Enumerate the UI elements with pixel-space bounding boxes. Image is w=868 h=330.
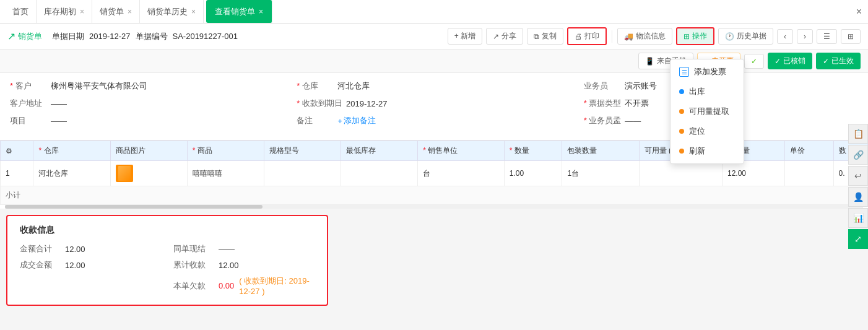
tab-view-sales[interactable]: 查看销货单 ×: [206, 0, 272, 23]
share-button[interactable]: ↗ 分享: [486, 28, 523, 45]
confirmed-icon-area[interactable]: ✓: [744, 54, 764, 69]
tab-sales-close[interactable]: ×: [128, 7, 132, 16]
doc-no-value: SA-20191227-001: [173, 32, 238, 41]
col-unit-price: 单价: [785, 141, 833, 161]
table-body: 1 河北仓库 嘻嘻嘻嘻 台 1.00 1台 12.00 0. 小计: [1, 161, 868, 205]
settlement-label: 同单现结: [173, 243, 214, 254]
right-icon-clipboard[interactable]: 📋: [848, 124, 868, 144]
cell-product-img: [110, 161, 187, 186]
history-button[interactable]: 🕐 历史单据: [718, 28, 773, 45]
print-label: 打印: [584, 31, 599, 41]
tab-inventory-close[interactable]: ×: [80, 7, 84, 16]
cell-spec: [264, 161, 341, 186]
transaction-label: 成交金额: [20, 259, 60, 271]
col-spec: 规格型号: [264, 141, 341, 161]
scroll-thumb[interactable]: [5, 205, 263, 209]
transaction-value: 12.00: [65, 261, 85, 270]
effective-button[interactable]: ✓ 已生效: [816, 53, 861, 69]
cell-product: 嘻嘻嘻嘻: [187, 161, 264, 186]
settlement-value: ——: [219, 245, 235, 254]
logistics-label: 物流信息: [636, 31, 666, 41]
history-label: 历史单据: [737, 31, 766, 41]
right-icon-return[interactable]: ↩: [848, 166, 868, 186]
payment-date-field: 收款到期日 2019-12-27: [297, 98, 571, 109]
address-label: 客户地址: [10, 98, 47, 109]
amount-label: 金额合计: [20, 243, 60, 254]
right-icon-link[interactable]: 🔗: [848, 145, 868, 165]
share-label: 分享: [501, 31, 516, 41]
logistics-icon: 🚚: [624, 32, 633, 41]
current-owed-row: 本单欠款 0.00 ( 收款到期日: 2019-12-27 ): [173, 276, 315, 296]
project-value: ——: [51, 116, 67, 126]
locate-label: 定位: [689, 126, 705, 137]
payment-title: 收款信息: [20, 225, 315, 236]
tab-home[interactable]: 首页: [5, 0, 37, 23]
address-value: ——: [51, 99, 67, 108]
cell-pack-qty: 1台: [562, 161, 639, 186]
tab-sales[interactable]: 销货单 ×: [92, 0, 140, 23]
project-field: 项目 ——: [10, 115, 284, 126]
dropdown-outbound[interactable]: 出库: [671, 82, 744, 102]
right-icon-chart[interactable]: 📊: [848, 208, 868, 228]
table-row: 1 河北仓库 嘻嘻嘻嘻 台 1.00 1台 12.00 0.: [1, 161, 868, 186]
tab-sales-label: 销货单: [100, 6, 124, 17]
right-icon-expand[interactable]: ⤢: [848, 229, 868, 249]
print-button[interactable]: 🖨 打印: [567, 27, 607, 45]
new-button[interactable]: + 新增: [448, 28, 482, 45]
col-product: 商品: [187, 141, 264, 161]
col-quantity: 数量: [504, 141, 562, 161]
outbound-label: 出库: [689, 86, 705, 97]
subtotal-row: 小计: [1, 186, 868, 205]
warehouse-field: 仓库 河北仓库: [297, 80, 571, 92]
operate-button[interactable]: ⊞ 操作: [676, 27, 714, 45]
dropdown-refresh[interactable]: 刷新: [671, 141, 744, 161]
horizontal-scrollbar[interactable]: [5, 205, 863, 209]
right-icon-user[interactable]: 👤: [848, 187, 868, 207]
salesperson-label: 业务员: [584, 80, 621, 92]
copy-icon: ⧉: [534, 32, 539, 41]
ticket-type-label: 票据类型: [584, 98, 622, 109]
tab-view-sales-close[interactable]: ×: [259, 7, 263, 16]
dropdown-add-invoice[interactable]: ☰ 添加发票: [671, 62, 744, 82]
tab-sales-history[interactable]: 销货单历史 ×: [140, 0, 204, 23]
remark-label: 备注: [297, 115, 334, 126]
subtotal-label: 小计: [1, 186, 868, 205]
tab-sales-history-close[interactable]: ×: [191, 7, 196, 16]
confirmed-icon: ✓: [751, 57, 757, 66]
payment-amount-row: 金额合计 12.00: [20, 243, 161, 254]
logistics-button[interactable]: 🚚 物流信息: [617, 28, 672, 45]
copy-button[interactable]: ⧉ 复制: [527, 28, 563, 45]
nav-next-button[interactable]: ›: [797, 29, 813, 44]
main-toolbar: ↗ 销货单 单据日期 2019-12-27 单据编号 SA-20191227-0…: [0, 24, 868, 50]
staff-label: 业务员孟: [584, 115, 622, 126]
grid-view-button[interactable]: ⊞: [841, 29, 861, 44]
payment-date-label: 收款到期日: [297, 98, 342, 109]
cell-sales-unit: 台: [418, 161, 504, 186]
product-image: [116, 165, 133, 182]
nav-prev-button[interactable]: ‹: [777, 29, 793, 44]
add-remark-button[interactable]: 添加备注: [337, 115, 376, 126]
confirmed-button[interactable]: ✓ 已核销: [768, 53, 812, 69]
accumulated-value: 12.00: [219, 261, 239, 270]
refresh-label: 刷新: [689, 145, 705, 157]
right-panel: 📋 🔗 ↩ 👤 📊 ⤢: [848, 124, 868, 249]
tab-inventory[interactable]: 库存期初 ×: [37, 0, 92, 23]
operate-icon: ⊞: [684, 32, 690, 41]
address-field: 客户地址 ——: [10, 98, 284, 109]
history-icon: 🕐: [725, 32, 734, 41]
dropdown-available-pick[interactable]: 可用量提取: [671, 102, 744, 121]
share-icon: ↗: [493, 32, 499, 41]
toolbar-actions: + 新增 ↗ 分享 ⧉ 复制 🖨 打印 🚚 物流信息 ⊞ 操作 🕐 历史单据 ‹…: [448, 27, 861, 45]
window-close-button[interactable]: ×: [856, 6, 862, 17]
dropdown-locate[interactable]: 定位: [671, 121, 744, 141]
add-invoice-label: 添加发票: [694, 66, 726, 77]
confirmed-label: 已核销: [783, 56, 805, 66]
col-settings[interactable]: ⚙: [1, 141, 33, 161]
copy-label: 复制: [542, 31, 557, 41]
list-view-button[interactable]: ☰: [817, 29, 837, 44]
print-icon: 🖨: [575, 32, 582, 41]
col-pack-qty: 包装数量: [562, 141, 639, 161]
accumulated-label: 累计收款: [173, 259, 214, 271]
operate-label: 操作: [692, 31, 707, 41]
cell-available: [639, 161, 722, 186]
